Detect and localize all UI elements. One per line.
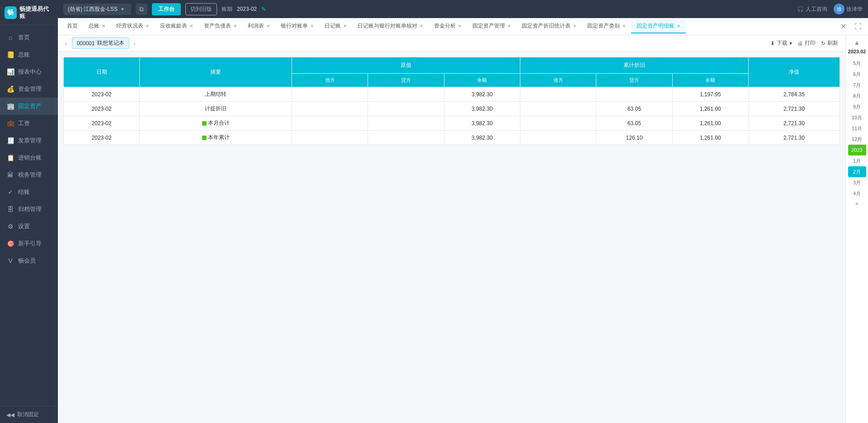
rp-month-item[interactable]: 2月 [848,166,866,177]
sidebar-item-settle[interactable]: ✓ 结账 [0,183,58,201]
company-selector[interactable]: (劲省) 江西股金-LSS ▼ [63,4,131,15]
table-row[interactable]: 2023-02 本月合计 3,982.30 63.05 1,261.00 2,7… [64,116,840,131]
tab-close-fa-detail[interactable]: ✕ [677,24,680,28]
rp-month-item[interactable]: 12月 [848,134,866,145]
tab-journal[interactable]: 日记账✕ [319,19,352,33]
td-net-value: 2,721.30 [748,131,840,145]
tab-bank-statement[interactable]: 银行对账单✕ [275,19,319,33]
sidebar-item-sales[interactable]: 📋 进销台账 [0,149,58,166]
download-button[interactable]: ⬇ 下载 ▾ [770,39,792,47]
tab-close-profit[interactable]: ✕ [266,24,270,28]
forward-arrow-icon[interactable]: › [134,40,136,47]
rp-month-item[interactable]: 3月 [848,177,866,188]
scroll-up-button[interactable]: ▲ [854,38,860,47]
tab-fa-mgmt[interactable]: 固定资产管理✕ [467,19,516,33]
rp-month-item[interactable]: 9月 [848,101,866,112]
tab-fa-category[interactable]: 固定资产类别✕ [582,19,631,33]
tab-profit[interactable]: 利润表✕ [242,19,275,33]
tab-ledger[interactable]: 总账✕ [83,19,111,33]
switch-old-button[interactable]: 切到旧版 [185,3,217,15]
td-orig-debit [292,131,368,145]
sidebar-item-invoice[interactable]: 🧾 发票管理 [0,132,58,149]
tab-close-capital-analysis[interactable]: ✕ [458,24,462,28]
td-date: 2023-02 [64,131,140,145]
col-accumulated-depreciation: 累计折旧 [520,57,748,74]
tab-balance[interactable]: 资产负债表✕ [198,19,242,33]
tab-close-bank-check[interactable]: ✕ [420,24,423,28]
td-date: 2023-02 [64,116,140,131]
td-accum-credit: 126.10 [596,131,672,145]
sidebar-item-reports[interactable]: 📊 报表中心 [0,63,58,80]
tab-close-receivable[interactable]: ✕ [189,24,193,28]
td-orig-credit [368,131,444,145]
tab-bank-check[interactable]: 日记账与银行对账单核对✕ [352,19,429,33]
member-icon: V [6,257,14,265]
tab-close-fa-mgmt[interactable]: ✕ [507,24,511,28]
tab-close-balance[interactable]: ✕ [233,24,237,28]
content-area: ‹ 000001 联想笔记本 › ⬇ 下载 ▾ 🖨 打印 [58,35,868,423]
tab-operation[interactable]: 经营状况表✕ [111,19,155,33]
sidebar-item-guide[interactable]: 🎯 新手引导 [0,235,58,252]
workbench-button[interactable]: 工作台 [152,3,181,15]
sidebar-item-archive[interactable]: 🗄 归档管理 [0,201,58,218]
breadcrumb-name: 联想笔记本 [97,39,124,47]
tab-capital-analysis[interactable]: 资金分析✕ [429,19,467,33]
td-accum-debit [520,116,596,131]
tab-label-receivable: 应收账龄表 [160,22,187,30]
td-accum-debit [520,102,596,116]
sidebar-item-settings[interactable]: ⚙ 设置 [0,218,58,235]
td-orig-debit [292,87,368,102]
rp-month-item[interactable]: 8月 [848,90,866,101]
rp-month-item[interactable]: 4月 [848,188,866,199]
tab-close-fa-depreciation[interactable]: ✕ [573,24,576,28]
tax-icon: 🏛 [6,171,14,179]
col-date: 日期 [64,57,140,87]
rp-month-item[interactable]: 11月 [848,123,866,134]
table-container: 日期 摘要 原值 累计折旧 净值 借方 贷方 余额 借方 贷方 余额 [58,52,845,423]
rp-month-item[interactable]: 1月 [848,155,866,166]
tab-close-operation[interactable]: ✕ [146,24,149,28]
tab-close-bank-statement[interactable]: ✕ [310,24,314,28]
table-row[interactable]: 2023-02 本年累计 3,982.30 126.10 1,261.00 2,… [64,131,840,145]
sidebar-item-fixed-assets[interactable]: 🏢 固定资产 [0,98,58,115]
rp-month-item[interactable]: 10月 [848,112,866,123]
rp-month-item[interactable]: 5月 [848,58,866,69]
table-row[interactable]: 2023-02 上期结转 3,982.30 1,197.95 2,784.35 [64,87,840,102]
sidebar-item-label-reports: 报表中心 [18,68,42,76]
tab-close-fa-category[interactable]: ✕ [622,24,626,28]
sidebar-item-salary[interactable]: 💼 工资 [0,115,58,132]
period-edit-icon[interactable]: ✎ [261,6,266,13]
tab-label-fa-mgmt: 固定资产管理 [472,22,505,30]
scroll-down-button[interactable]: ● [855,199,859,208]
sidebar-item-label-settings: 设置 [18,222,30,230]
tabbar-actions: ✕ ⛶ [838,21,864,32]
refresh-label: 刷新 [827,39,838,47]
tab-close-journal[interactable]: ✕ [343,24,347,28]
customer-service[interactable]: 🎧 人工咨询 [797,5,827,13]
copy-button[interactable]: ⧉ [136,4,147,15]
back-arrow-icon[interactable]: ‹ [65,40,67,47]
refresh-icon: ↻ [821,40,826,47]
sidebar-item-label-home: 首页 [18,33,30,42]
table-row[interactable]: 2023-02 计提折旧 3,982.30 63.05 1,261.00 2,7… [64,102,840,116]
maximize-button[interactable]: ⛶ [852,22,864,32]
user-menu[interactable]: 徐 徐泽华 [834,4,863,14]
rp-month-item[interactable]: 6月 [848,69,866,80]
sidebar-item-tax[interactable]: 🏛 税务管理 [0,166,58,183]
reports-icon: 📊 [6,68,14,76]
rp-month-item[interactable]: 7月 [848,80,866,90]
tab-receivable[interactable]: 应收账龄表✕ [155,19,198,33]
tab-fa-detail[interactable]: 固定资产明细账✕ [631,19,686,33]
close-tab-button[interactable]: ✕ [838,21,849,32]
tab-home[interactable]: 首页 [61,19,83,33]
sidebar-item-ledger[interactable]: 📒 总账 [0,46,58,63]
sidebar-item-home[interactable]: ⌂ 首页 [0,29,58,46]
refresh-button[interactable]: ↻ 刷新 [821,39,838,47]
sidebar-item-capital[interactable]: 💰 资金管理 [0,80,58,98]
sidebar-item-member[interactable]: V 畅会员 [0,252,58,269]
tab-fa-depreciation[interactable]: 固定资产折旧统计表✕ [516,19,582,33]
logo-text: 畅捷通易代账 [19,5,53,19]
sidebar-pin-toggle[interactable]: ◀◀ 取消固定 [0,406,58,423]
print-button[interactable]: 🖨 打印 [797,39,816,47]
tab-close-ledger[interactable]: ✕ [102,24,105,28]
